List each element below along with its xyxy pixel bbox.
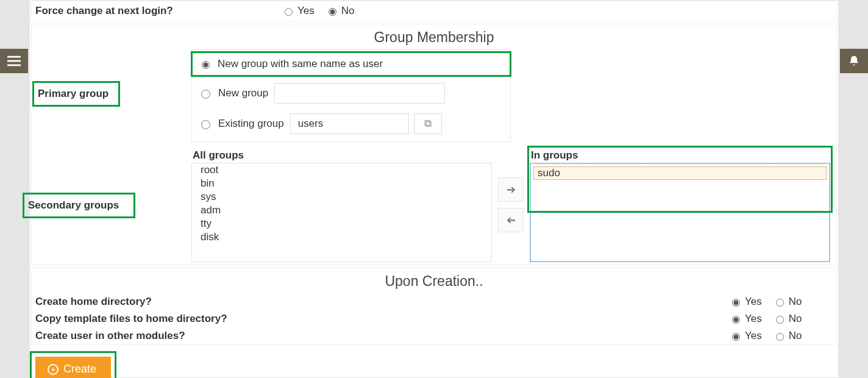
arrow-left-icon: ➔ — [507, 213, 516, 227]
add-to-groups-button[interactable]: ➔ — [498, 177, 524, 202]
upon-creation-label: Copy template files to home directory? — [35, 313, 729, 325]
primary-radio-new-group[interactable] — [201, 90, 210, 99]
option-yes[interactable]: Yes — [729, 313, 762, 325]
notifications-button[interactable] — [840, 49, 868, 73]
list-item[interactable]: tty — [192, 217, 491, 230]
existing-group-select[interactable]: users — [290, 113, 409, 134]
primary-radio-existing[interactable] — [201, 120, 210, 129]
in-groups-heading: In groups — [530, 148, 830, 163]
create-button[interactable]: + Create — [35, 357, 111, 378]
all-groups-listbox[interactable]: rootbinsysadmttydisk — [191, 163, 492, 262]
primary-option-new-group[interactable]: New group — [192, 78, 510, 109]
menu-toggle-button[interactable] — [0, 49, 28, 73]
force-change-label: Force change at next login? — [35, 5, 282, 17]
hamburger-icon — [7, 55, 21, 66]
copy-icon: ⧉ — [424, 118, 432, 130]
arrow-right-icon: ➔ — [507, 183, 516, 196]
option-no[interactable]: No — [773, 313, 802, 325]
all-groups-heading: All groups — [191, 148, 492, 163]
in-groups-listbox[interactable]: sudo — [530, 163, 830, 262]
primary-radio-same-name[interactable] — [202, 61, 210, 69]
list-item[interactable]: sudo — [533, 166, 827, 180]
force-change-yes[interactable]: Yes — [282, 5, 315, 17]
primary-option-same-name[interactable]: New group with same name as user — [191, 51, 511, 77]
svg-rect-1 — [7, 60, 21, 62]
remove-from-groups-button[interactable]: ➔ — [498, 208, 524, 232]
secondary-groups-label: Secondary groups — [23, 193, 135, 218]
option-no[interactable]: No — [773, 330, 802, 342]
list-item[interactable]: adm — [192, 204, 491, 217]
plus-circle-icon: + — [48, 364, 59, 375]
upon-creation-heading: Upon Creation.. — [32, 268, 836, 293]
force-change-no[interactable]: No — [326, 5, 355, 17]
list-item[interactable]: sys — [192, 190, 491, 204]
list-item[interactable]: root — [192, 163, 491, 177]
list-item[interactable]: bin — [192, 177, 491, 190]
list-item[interactable]: disk — [192, 230, 491, 244]
upon-creation-label: Create user in other modules? — [35, 330, 729, 342]
bell-icon — [848, 55, 860, 67]
primary-group-label: Primary group — [32, 81, 120, 107]
upon-creation-label: Create home directory? — [35, 296, 729, 308]
new-group-name-input[interactable] — [274, 83, 445, 104]
primary-option-existing[interactable]: Existing group users ⧉ — [192, 109, 510, 139]
option-yes[interactable]: Yes — [729, 330, 762, 342]
group-membership-heading: Group Membership — [32, 24, 836, 49]
option-no[interactable]: No — [773, 296, 802, 308]
svg-rect-0 — [7, 56, 21, 58]
existing-group-browse-button[interactable]: ⧉ — [414, 113, 442, 134]
option-yes[interactable]: Yes — [729, 296, 762, 308]
svg-rect-2 — [7, 65, 21, 66]
